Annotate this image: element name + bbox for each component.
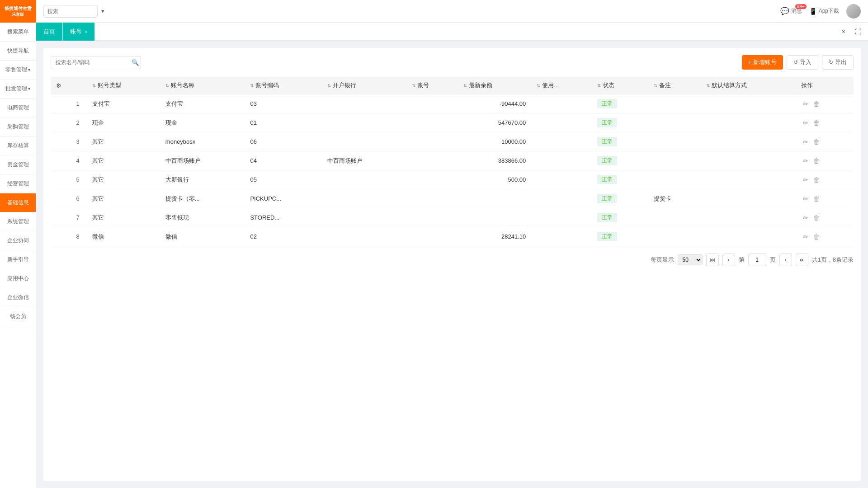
topbar-dropdown[interactable]: ▾ [101,8,104,14]
edit-button[interactable]: ✏ [801,118,810,127]
col-remark[interactable]: 备注 [648,77,701,94]
logo-line2: 乐意版 [12,12,24,18]
col-usage[interactable]: 使用... [531,77,592,94]
add-account-button[interactable]: + 新增账号 [742,55,783,70]
row-balance: 383866.00 [458,151,531,170]
row-type: 现金 [87,113,160,132]
col-default-settle[interactable]: 默认结算方式 [701,77,796,94]
delete-button[interactable]: 🗑 [811,156,821,165]
search-button[interactable]: 🔍 [128,56,141,69]
sidebar-item-label: 库存核算 [2,142,34,150]
row-status: 正常 [592,132,648,151]
row-actions: ✏ 🗑 [796,113,854,132]
col-status[interactable]: 状态 [592,77,648,94]
table-row: 6 其它 提货卡（零... PICKUPC... 正常 提货卡 ✏ 🗑 [51,189,854,208]
sidebar-item-search-menu[interactable]: 搜索菜单 [0,23,36,42]
row-type: 其它 [87,189,160,208]
topbar-search-input[interactable] [43,5,98,18]
col-account[interactable]: 账号 [406,77,458,94]
edit-button[interactable]: ✏ [801,137,810,146]
row-usage [531,113,592,132]
tab-close-all-button[interactable]: × [837,25,850,38]
delete-button[interactable]: 🗑 [811,137,821,146]
status-badge: 正常 [597,213,617,222]
col-type[interactable]: 账号类型 [87,77,160,94]
edit-button[interactable]: ✏ [801,194,810,203]
avatar[interactable] [846,4,861,19]
sidebar-item-basic-info[interactable]: 基础信息 [0,193,36,212]
sidebar-item-ecommerce[interactable]: 电商管理 [0,99,36,117]
sidebar-item-retail[interactable]: 零售管理 ▾ [0,61,36,80]
sidebar-item-wholesale[interactable]: 批发管理 ▾ [0,80,36,99]
col-bank[interactable]: 开户银行 [322,77,407,94]
row-usage [531,94,592,113]
next-page-button[interactable]: › [779,253,792,266]
row-code: PICKUPC... [245,189,321,208]
delete-button[interactable]: 🗑 [811,175,821,184]
sidebar-item-finance[interactable]: 资金管理 [0,155,36,174]
search-input[interactable] [51,56,128,68]
col-balance[interactable]: 最新余额 [458,77,531,94]
sidebar-item-operations[interactable]: 经营管理 [0,174,36,193]
export-button[interactable]: ↻ 导出 [822,55,854,70]
row-num: 5 [69,170,87,189]
search-icon: 🔍 [132,59,139,66]
row-balance: -90444.00 [458,94,531,113]
sidebar-item-wechat[interactable]: 企业微信 [0,288,36,307]
add-button-label: + 新增账号 [748,58,777,66]
row-default-settle [701,170,796,189]
row-settings [51,170,69,189]
delete-button[interactable]: 🗑 [811,118,821,127]
first-page-button[interactable]: ⏮ [706,253,719,266]
tabbar-actions: × ⛶ [837,25,868,38]
tab-home[interactable]: 首页 [36,23,63,41]
tab-maximize-button[interactable]: ⛶ [852,25,864,38]
row-code: 05 [245,170,321,189]
tab-accounts[interactable]: 账号 × [63,23,95,41]
last-page-button[interactable]: ⏭ [796,253,808,266]
app-download-button[interactable]: 📱 App下载 [809,7,839,15]
table-row: 4 其它 中百商场账户 04 中百商场账户 383866.00 正常 ✏ 🗑 [51,151,854,170]
edit-button[interactable]: ✏ [801,99,810,108]
sidebar-item-vip[interactable]: 畅会员 [0,307,36,326]
row-num: 7 [69,208,87,227]
col-code[interactable]: 账号编码 [245,77,321,94]
row-actions: ✏ 🗑 [796,151,854,170]
edit-button[interactable]: ✏ [801,213,810,222]
delete-button[interactable]: 🗑 [811,194,821,203]
col-settings[interactable]: ⚙ [51,77,69,94]
delete-button[interactable]: 🗑 [811,99,821,108]
delete-button[interactable]: 🗑 [811,213,821,222]
row-account [406,170,458,189]
page-size-label: 每页显示 [651,256,674,264]
row-code: 01 [245,113,321,132]
sidebar-item-guide[interactable]: 新手引导 [0,250,36,269]
import-button[interactable]: ↺ 导入 [787,55,818,70]
sidebar-item-agreement[interactable]: 企业协同 [0,231,36,250]
message-button[interactable]: 💬 消息 99+ [780,7,802,15]
edit-button[interactable]: ✏ [801,175,810,184]
table-row: 2 现金 现金 01 547670.00 正常 ✏ 🗑 [51,113,854,132]
edit-button[interactable]: ✏ [801,232,810,241]
row-status: 正常 [592,208,648,227]
sidebar-item-system[interactable]: 系统管理 [0,212,36,231]
page-number-input[interactable] [748,253,766,266]
row-type: 其它 [87,151,160,170]
row-num: 8 [69,227,87,246]
sidebar-item-inventory[interactable]: 库存核算 [0,136,36,155]
message-badge: 99+ [795,4,807,9]
tab-close-icon[interactable]: × [85,29,87,34]
status-badge: 正常 [597,232,617,241]
sidebar-item-purchase[interactable]: 采购管理 [0,117,36,136]
page-size-select[interactable]: 50 100 200 [678,254,703,265]
edit-button[interactable]: ✏ [801,156,810,165]
row-settings [51,189,69,208]
col-name[interactable]: 账号名称 [160,77,245,94]
delete-button[interactable]: 🗑 [811,232,821,241]
sidebar-item-quick-nav[interactable]: 快捷导航 [0,42,36,61]
row-settings [51,227,69,246]
row-num: 2 [69,113,87,132]
sidebar-item-app-center[interactable]: 应用中心 [0,269,36,288]
content-toolbar: 🔍 + 新增账号 ↺ 导入 ↻ 导出 [51,55,854,70]
prev-page-button[interactable]: ‹ [722,253,735,266]
